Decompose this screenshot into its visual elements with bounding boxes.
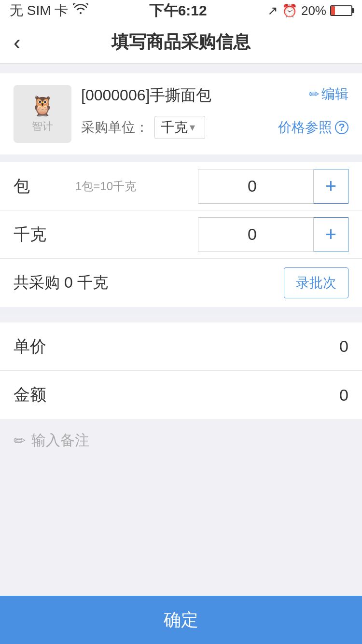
summary-text: 共采购 0 千克 <box>14 272 108 294</box>
kg-input-row: 千克 + <box>0 210 362 259</box>
section-divider-2 <box>0 307 362 315</box>
edit-button[interactable]: ✏ 编辑 <box>309 85 348 103</box>
kg-quantity-input[interactable] <box>198 217 314 252</box>
back-button[interactable]: ‹ <box>14 30 21 55</box>
unit-select-button[interactable]: 千克 ▾ <box>154 116 205 139</box>
product-header: [0000006]手撕面包 ✏ 编辑 <box>81 85 348 106</box>
section-divider-1 <box>0 154 362 162</box>
bag-input-wrapper: + <box>136 169 348 204</box>
page-title: 填写商品采购信息 <box>111 30 251 54</box>
brand-label: 智计 <box>32 119 53 134</box>
unit-price-row: 单价 0 <box>0 322 362 371</box>
summary-row: 共采购 0 千克 录批次 <box>0 259 362 307</box>
alarm-icon: ⏰ <box>282 3 297 18</box>
status-bar: 无 SIM 卡 下午6:12 ↗ ⏰ 20% <box>0 0 362 21</box>
status-left: 无 SIM 卡 <box>10 1 88 20</box>
chevron-down-icon: ▾ <box>190 121 195 134</box>
record-batch-button[interactable]: 录批次 <box>284 267 348 298</box>
amount-label: 金额 <box>14 384 46 406</box>
product-image: 🦉 智计 <box>14 85 71 143</box>
confirm-button[interactable]: 确定 <box>0 596 362 644</box>
notes-section[interactable]: ✏ 输入备注 <box>0 419 362 462</box>
kg-input-wrapper: + <box>71 217 348 252</box>
wifi-icon <box>73 3 88 18</box>
location-icon: ↗ <box>267 3 278 18</box>
bag-sub-label: 1包=10千克 <box>75 179 136 194</box>
battery-icon <box>330 5 352 16</box>
product-name: [0000006]手撕面包 <box>81 85 309 106</box>
bag-quantity-input[interactable] <box>198 169 314 204</box>
owl-icon: 🦉 <box>30 95 55 117</box>
amount-row: 金额 0 <box>0 371 362 419</box>
unit-price-label: 单价 <box>14 336 46 358</box>
bag-plus-button[interactable]: + <box>314 169 348 204</box>
kg-plus-button[interactable]: + <box>314 217 348 252</box>
product-unit: 采购单位： 千克 ▾ 价格参照 ? <box>81 116 348 139</box>
bag-input-row: 包 1包=10千克 + <box>0 162 362 210</box>
edit-icon: ✏ <box>309 87 320 102</box>
pencil-icon: ✏ <box>14 432 26 449</box>
notes-placeholder: 输入备注 <box>31 431 89 450</box>
price-section: 单价 0 金额 0 <box>0 322 362 419</box>
unit-label: 采购单位： <box>81 118 149 137</box>
kg-label: 千克 <box>14 224 71 246</box>
carrier-text: 无 SIM 卡 <box>10 1 68 20</box>
price-ref-label: 价格参照 <box>278 118 332 137</box>
product-card: 🦉 智计 [0000006]手撕面包 ✏ 编辑 采购单位： 千克 ▾ 价格参照 … <box>0 73 362 154</box>
info-icon: ? <box>335 121 348 134</box>
product-info: [0000006]手撕面包 ✏ 编辑 采购单位： 千克 ▾ 价格参照 ? <box>81 85 348 139</box>
battery-percent: 20% <box>301 3 326 18</box>
unit-value: 千克 <box>161 118 188 137</box>
status-time: 下午6:12 <box>149 1 207 21</box>
unit-price-value: 0 <box>339 337 348 356</box>
input-section: 包 1包=10千克 + 千克 + <box>0 162 362 259</box>
amount-value: 0 <box>339 386 348 405</box>
nav-bar: ‹ 填写商品采购信息 <box>0 21 362 64</box>
bag-label: 包 <box>14 175 71 197</box>
status-right: ↗ ⏰ 20% <box>267 3 352 18</box>
price-reference-button[interactable]: 价格参照 ? <box>278 118 348 137</box>
